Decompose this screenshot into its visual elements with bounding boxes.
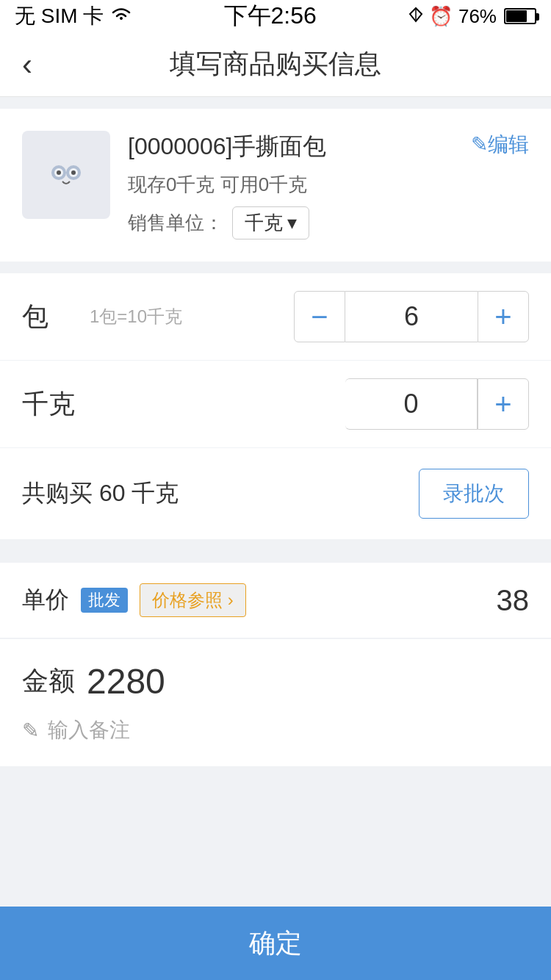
record-batch-button[interactable]: 录批次 (419, 469, 529, 519)
price-row: 单价 批发 价格参照 › 38 (0, 563, 551, 638)
kg-input-row: 千克 + (0, 361, 551, 448)
page-title: 填写商品购买信息 (170, 46, 381, 82)
location-icon (408, 5, 423, 28)
product-stock: 现存0千克 可用0千克 (128, 172, 529, 198)
price-label: 单价 (22, 584, 69, 616)
price-value: 38 (497, 584, 530, 617)
alarm-icon: ⏰ (429, 5, 453, 28)
svg-point-5 (71, 170, 76, 175)
battery-percent: 76% (458, 5, 497, 28)
package-hint: 1包=10千克 (90, 305, 294, 328)
remark-icon: ✎ (22, 718, 39, 743)
status-left: 无 SIM 卡 (15, 2, 132, 30)
kg-plus-button[interactable]: + (478, 378, 529, 430)
amount-value: 2280 (87, 661, 165, 702)
status-time: 下午2:56 (224, 0, 317, 32)
package-input-row: 包 1包=10千克 − + (0, 273, 551, 361)
price-left: 单价 批发 价格参照 › (22, 583, 246, 617)
amount-section: 金额 2280 ✎ 输入备注 (0, 639, 551, 766)
remark-row[interactable]: ✎ 输入备注 (22, 716, 529, 744)
wifi-icon (111, 4, 132, 28)
input-section: 包 1包=10千克 − + 千克 + (0, 273, 551, 448)
divider-1 (0, 262, 551, 273)
edit-link[interactable]: ✎编辑 (471, 131, 529, 159)
battery-icon (504, 8, 536, 24)
package-input[interactable] (345, 291, 478, 342)
confirm-button[interactable]: 确定 (249, 926, 302, 962)
total-row: 共购买 60 千克 录批次 (0, 448, 551, 539)
status-bar: 无 SIM 卡 下午2:56 ⏰ 76% (0, 0, 551, 32)
amount-label: 金额 (22, 663, 75, 699)
total-label: 共购买 60 千克 (22, 478, 179, 510)
package-label: 包 (22, 299, 81, 335)
remark-placeholder[interactable]: 输入备注 (48, 716, 130, 744)
package-controls: − + (294, 291, 529, 342)
unit-select[interactable]: 千克 ▾ (232, 206, 309, 239)
divider-2 (0, 539, 551, 551)
no-sim-label: 无 SIM 卡 (15, 2, 104, 30)
back-button[interactable]: ‹ (22, 47, 66, 82)
unit-label: 销售单位： (128, 210, 223, 236)
nav-bar: ‹ 填写商品购买信息 (0, 32, 551, 97)
confirm-bar[interactable]: 确定 (0, 907, 551, 980)
package-minus-button[interactable]: − (294, 291, 345, 342)
amount-row: 金额 2280 (22, 661, 529, 702)
price-badge: 批发 (81, 588, 128, 613)
status-right: ⏰ 76% (408, 5, 536, 28)
product-section: [0000006]手撕面包 ✎编辑 现存0千克 可用0千克 销售单位： 千克 ▾ (0, 109, 551, 262)
unit-dropdown-arrow: ▾ (287, 212, 297, 234)
unit-value: 千克 (245, 210, 283, 236)
product-image (22, 131, 110, 219)
product-name: [0000006]手撕面包 (128, 131, 326, 163)
kg-label: 千克 (22, 386, 81, 422)
product-info: [0000006]手撕面包 ✎编辑 现存0千克 可用0千克 销售单位： 千克 ▾ (128, 131, 529, 239)
price-reference-button[interactable]: 价格参照 › (140, 583, 246, 617)
svg-point-4 (57, 170, 61, 175)
kg-input[interactable] (345, 378, 478, 430)
package-plus-button[interactable]: + (478, 291, 529, 342)
kg-controls: + (345, 378, 529, 430)
